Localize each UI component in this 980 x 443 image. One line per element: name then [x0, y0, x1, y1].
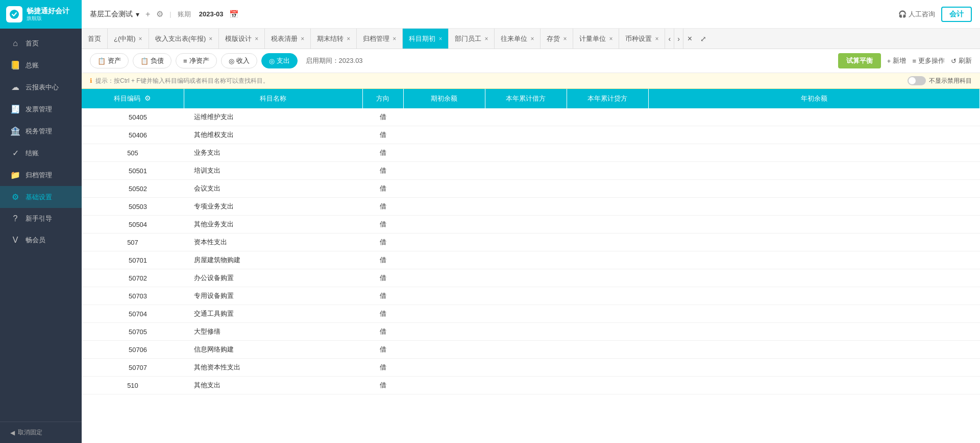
- tab-currency-label: 币种设置: [625, 34, 652, 43]
- table-row[interactable]: 50503 专项业务支出 借: [82, 198, 980, 216]
- cell-name: 房屋建筑物购建: [184, 251, 362, 269]
- cell-name: 其他维权支出: [184, 126, 362, 144]
- logo-sub-text: 旗舰版: [27, 15, 69, 22]
- tab-subject-init-close[interactable]: ×: [438, 35, 442, 42]
- sidebar-item-ledger[interactable]: 📒 总账: [0, 54, 82, 76]
- cell-ytd-credit: [567, 216, 648, 234]
- tab-period-end[interactable]: 期末结转 ×: [311, 29, 357, 49]
- subtab-liability[interactable]: 📋 负债: [133, 53, 172, 68]
- tab-template-close[interactable]: ×: [255, 35, 258, 42]
- sidebar-item-report[interactable]: ☁ 云报表中心: [0, 76, 82, 98]
- tab-interim-close[interactable]: ×: [139, 35, 142, 42]
- add-icon: +: [887, 57, 891, 65]
- toggle-label: 不显示禁用科目: [929, 77, 972, 85]
- refresh-icon: ↺: [951, 57, 957, 65]
- cell-year-opening: [648, 359, 980, 377]
- tab-inventory-close[interactable]: ×: [563, 35, 567, 42]
- table-row[interactable]: 50504 其他业务支出 借: [82, 216, 980, 234]
- tab-nav-prev[interactable]: ‹: [665, 29, 674, 49]
- sidebar-item-archive[interactable]: 📁 归档管理: [0, 164, 82, 186]
- tab-expand[interactable]: ⤢: [696, 29, 710, 49]
- tab-unit[interactable]: 计量单位 ×: [573, 29, 619, 49]
- more-button[interactable]: ≡ 更多操作: [912, 56, 945, 65]
- tab-close-all[interactable]: ×: [683, 29, 696, 49]
- table-row[interactable]: 50702 办公设备购置 借: [82, 269, 980, 287]
- sidebar-item-home[interactable]: ⌂ 首页: [0, 33, 82, 54]
- tab-inventory[interactable]: 存货 ×: [541, 29, 573, 49]
- subtab-income[interactable]: ◎ 收入: [221, 53, 257, 68]
- tab-home[interactable]: 首页: [82, 29, 108, 49]
- tab-archive-close[interactable]: ×: [393, 35, 396, 42]
- topbar-settings-icon[interactable]: ⚙: [156, 9, 163, 19]
- subtab-right: 试算平衡 + 新增 ≡ 更多操作 ↺ 刷新: [838, 53, 972, 68]
- tab-archive[interactable]: 归档管理 ×: [357, 29, 403, 49]
- topbar-add-icon[interactable]: +: [145, 10, 150, 19]
- cell-name: 会议支出: [184, 180, 362, 198]
- toggle-switch[interactable]: [908, 76, 926, 85]
- tab-interim[interactable]: ¿(中期) ×: [108, 29, 149, 49]
- tab-dept-close[interactable]: ×: [484, 35, 488, 42]
- calendar-icon[interactable]: 📅: [229, 10, 239, 19]
- table-row[interactable]: 50405 运维维护支出 借: [82, 108, 980, 126]
- tab-customer-close[interactable]: ×: [530, 35, 534, 42]
- table-row[interactable]: 505 业务支出 借: [82, 144, 980, 162]
- table-row[interactable]: 50701 房屋建筑物购建 借: [82, 251, 980, 269]
- cell-year-opening: [648, 377, 980, 394]
- service-button[interactable]: 🎧 人工咨询: [898, 10, 935, 19]
- table-row[interactable]: 50501 培训支出 借: [82, 162, 980, 180]
- col-settings-icon[interactable]: ⚙: [144, 94, 151, 102]
- tab-customer[interactable]: 往来单位 ×: [495, 29, 541, 49]
- subtab-net-asset[interactable]: ≡ 净资产: [176, 53, 217, 68]
- tab-period-end-close[interactable]: ×: [347, 35, 350, 42]
- cell-ytd-debit: [485, 269, 567, 287]
- table-row[interactable]: 50703 专用设备购置 借: [82, 287, 980, 305]
- sidebar-item-member[interactable]: V 畅会员: [0, 229, 82, 251]
- table-row[interactable]: 50704 交通工具购置 借: [82, 305, 980, 323]
- cell-ytd-debit: [485, 251, 567, 269]
- cell-direction: 借: [362, 198, 403, 216]
- cell-name: 信息网络购建: [184, 341, 362, 359]
- cell-year-opening: [648, 180, 980, 198]
- cell-ytd-credit: [567, 359, 648, 377]
- table-row[interactable]: 50705 大型修缮 借: [82, 323, 980, 341]
- tab-template[interactable]: 模版设计 ×: [219, 29, 265, 49]
- tab-unit-close[interactable]: ×: [609, 35, 612, 42]
- tab-currency-close[interactable]: ×: [655, 35, 658, 42]
- table-row[interactable]: 507 资本性支出 借: [82, 234, 980, 251]
- tab-taxform[interactable]: 税表清册 ×: [265, 29, 311, 49]
- add-button[interactable]: + 新增: [887, 56, 906, 65]
- tab-dept[interactable]: 部门员工 ×: [449, 29, 495, 49]
- table-row[interactable]: 510 其他支出 借: [82, 377, 980, 394]
- sidebar-footer[interactable]: ◀ 取消固定: [0, 422, 82, 443]
- kuaiji-button[interactable]: 会计: [941, 7, 972, 22]
- cell-ytd-credit: [567, 251, 648, 269]
- tab-taxform-close[interactable]: ×: [301, 35, 304, 42]
- subtab-asset[interactable]: 📋 资产: [90, 53, 129, 68]
- hint-toggle[interactable]: 不显示禁用科目: [908, 76, 972, 85]
- sidebar-item-invoice[interactable]: 🧾 发票管理: [0, 98, 82, 120]
- table-row[interactable]: 50502 会议支出 借: [82, 180, 980, 198]
- table-row[interactable]: 50406 其他维权支出 借: [82, 126, 980, 144]
- sidebar-item-basic[interactable]: ⚙ 基础设置: [0, 186, 82, 208]
- sidebar-item-guide[interactable]: ? 新手引导: [0, 208, 82, 229]
- tab-dept-label: 部门员工: [455, 34, 481, 43]
- table-container[interactable]: 科目编码 ⚙ 科目名称 方向 期初余额 本年累计借方 本年累计贷方 年初余额 5…: [82, 89, 980, 443]
- sidebar-item-settle[interactable]: ✓ 结账: [0, 142, 82, 164]
- tab-income-close[interactable]: ×: [209, 35, 212, 42]
- cell-ytd-debit: [485, 323, 567, 341]
- tab-subject-init[interactable]: 科目期初 ×: [403, 29, 449, 49]
- hint-bar: ℹ 提示：按Ctrl + F键并输入科目编码或者科目名称可以查找科目。 不显示禁…: [82, 73, 980, 89]
- cell-year-opening: [648, 108, 980, 126]
- table-row[interactable]: 50706 信息网络购建 借: [82, 341, 980, 359]
- refresh-button[interactable]: ↺ 刷新: [951, 56, 972, 65]
- sidebar-item-tax[interactable]: 🏦 税务管理: [0, 120, 82, 142]
- calculate-button[interactable]: 试算平衡: [838, 53, 881, 68]
- company-selector[interactable]: 基层工会测试 ▾: [90, 10, 139, 19]
- cell-opening: [403, 216, 485, 234]
- tab-income[interactable]: 收入支出表(年报) ×: [149, 29, 219, 49]
- tab-currency[interactable]: 币种设置 ×: [619, 29, 665, 49]
- subtab-expense[interactable]: ◎ 支出: [261, 53, 298, 68]
- cell-code: 50504: [82, 216, 184, 234]
- tab-nav-next[interactable]: ›: [674, 29, 683, 49]
- table-row[interactable]: 50707 其他资本性支出 借: [82, 359, 980, 377]
